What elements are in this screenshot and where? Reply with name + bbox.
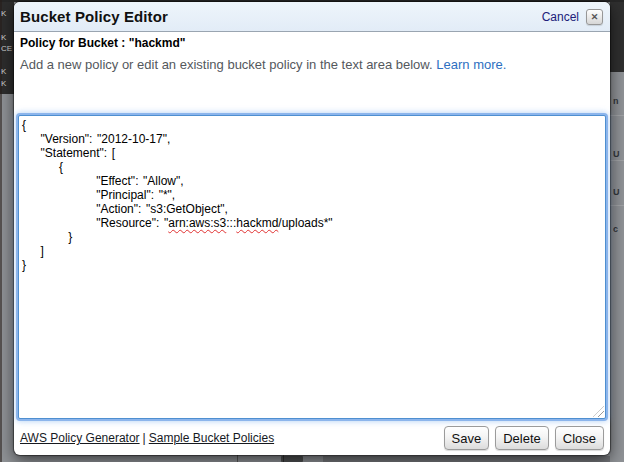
footer-links: AWS Policy Generator|Sample Bucket Polic… (20, 431, 274, 445)
resource-colons: ::: (226, 216, 236, 230)
policy-line: "Action": "s3:GetObject", (22, 202, 602, 216)
close-button-footer[interactable]: Close (555, 426, 604, 450)
save-button[interactable]: Save (444, 426, 490, 450)
delete-button[interactable]: Delete (495, 426, 549, 450)
page-behind-fragment: U (613, 188, 620, 197)
overlay-row-line (610, 205, 624, 206)
policy-line: { (22, 118, 602, 132)
page-behind-fragment: K (1, 34, 6, 42)
close-icon: ✕ (591, 12, 599, 22)
page-behind-fragment: CE (1, 45, 12, 53)
overlay-dark-topright (610, 0, 624, 72)
footer-buttons: Save Delete Close (444, 426, 604, 450)
dialog-header: Bucket Policy Editor Cancel ✕ (14, 2, 610, 32)
learn-more-link[interactable]: Learn more. (436, 57, 506, 72)
policy-line: "Statement": [ (22, 146, 602, 160)
page-behind-fragment: n (613, 97, 619, 106)
resource-bucket-spellcheck: hackmd (236, 216, 278, 230)
policy-line: ] (22, 244, 602, 258)
policy-line: } (22, 258, 602, 272)
page-behind-fragment: K (1, 80, 6, 88)
overlay-row-line (610, 115, 624, 116)
page-behind-fragment: U (613, 150, 620, 159)
header-actions: Cancel ✕ (542, 9, 603, 25)
overlay-column-divider (237, 455, 238, 462)
policy-textarea[interactable]: { "Version": "2012-10-17", "Statement": … (18, 115, 606, 419)
page-behind-text-smudge (281, 456, 303, 462)
policy-line: "Version": "2012-10-17", (22, 132, 602, 146)
aws-policy-generator-link[interactable]: AWS Policy Generator (20, 431, 140, 445)
overlay-row-line (610, 160, 624, 161)
bucket-policy-editor-dialog: Bucket Policy Editor Cancel ✕ Policy for… (14, 2, 610, 455)
link-separator: | (143, 431, 146, 445)
policy-line: "Effect": "Allow", (22, 174, 602, 188)
close-button[interactable]: ✕ (586, 9, 603, 25)
policy-line-resource: "Resource": "arn:aws:s3:::hackmd/uploads… (22, 216, 602, 230)
policy-line: { (22, 160, 602, 174)
resource-arn-spellcheck: arn:aws:s3 (168, 216, 226, 230)
policy-for-bucket-heading: Policy for Bucket : "hackmd" (20, 36, 185, 50)
resource-suffix: /uploads*" (278, 216, 332, 230)
page-behind-fragment: c (613, 225, 618, 234)
textarea-resize-handle[interactable] (593, 406, 604, 417)
cancel-link[interactable]: Cancel (542, 10, 579, 24)
sample-bucket-policies-link[interactable]: Sample Bucket Policies (149, 431, 274, 445)
policy-line: } (22, 230, 602, 244)
policy-line: "Principal": "*", (22, 188, 602, 202)
dialog-title: Bucket Policy Editor (20, 8, 168, 25)
page-behind-fragment: K (1, 10, 6, 18)
page-behind-fragment: K (1, 68, 6, 76)
dialog-description: Add a new policy or edit an existing buc… (20, 57, 506, 72)
page-behind-dark-block (323, 456, 610, 462)
description-text: Add a new policy or edit an existing buc… (20, 57, 433, 72)
dialog-footer: AWS Policy Generator|Sample Bucket Polic… (14, 425, 610, 451)
resource-prefix: "Resource": " (22, 216, 168, 230)
